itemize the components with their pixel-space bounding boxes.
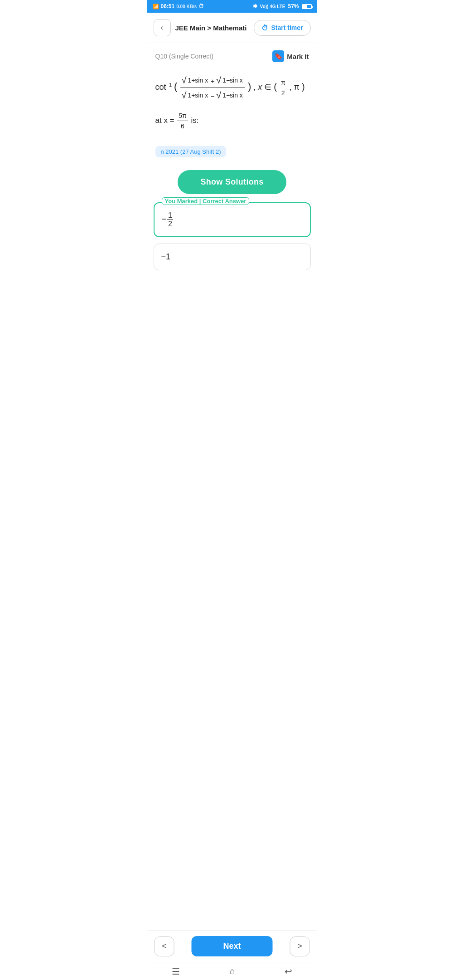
answer-option-correct[interactable]: You Marked | Correct Answer − 1 2 bbox=[154, 202, 311, 237]
math-sub: at x = 5π 6 is: bbox=[155, 111, 309, 132]
math-formula: cot−1 ( √1+sin x + √1−sin x √1+sin x − √… bbox=[155, 73, 309, 102]
question-label: Q10 (Single Correct) bbox=[155, 53, 213, 60]
clock-icon: ⏱ bbox=[198, 3, 204, 10]
answer-options: You Marked | Correct Answer − 1 2 −1 bbox=[147, 202, 317, 270]
math-content: cot−1 ( √1+sin x + √1−sin x √1+sin x − √… bbox=[147, 62, 317, 144]
header: ‹ JEE Main > Mathemati ⏱ Start timer bbox=[147, 13, 317, 43]
status-time: 06:51 bbox=[161, 3, 175, 10]
data-rate: 0.00 KB/s bbox=[176, 4, 197, 9]
answer-value-1: − 1 2 bbox=[162, 211, 174, 228]
back-button[interactable]: ‹ bbox=[154, 19, 171, 36]
header-title: JEE Main > Mathemati bbox=[175, 24, 250, 32]
back-icon: ‹ bbox=[161, 24, 163, 32]
show-solutions-button[interactable]: Show Solutions bbox=[178, 170, 286, 194]
signal-icon: 📶 bbox=[153, 4, 159, 10]
question-tag: n 2021 (27 Aug Shift 2) bbox=[155, 146, 227, 157]
start-timer-button[interactable]: ⏱ Start timer bbox=[254, 20, 310, 36]
question-meta: Q10 (Single Correct) 🔖 Mark It bbox=[147, 43, 317, 62]
status-bar: 📶 06:51 0.00 KB/s ⏱ ✱ Vo)) 4G LTE 57% bbox=[147, 0, 317, 13]
answer-option-2[interactable]: −1 bbox=[154, 244, 311, 270]
lte-indicator: Vo)) 4G LTE bbox=[260, 4, 285, 9]
mark-it-button[interactable]: 🔖 Mark It bbox=[272, 50, 309, 62]
bluetooth-icon: ✱ bbox=[253, 3, 257, 10]
status-left: 📶 06:51 0.00 KB/s ⏱ bbox=[153, 3, 204, 10]
battery-percent: 57% bbox=[288, 3, 299, 10]
status-right: ✱ Vo)) 4G LTE 57% bbox=[253, 3, 312, 10]
correct-answer-label: You Marked | Correct Answer bbox=[162, 197, 250, 205]
mark-it-label: Mark It bbox=[287, 53, 309, 60]
answer-value-2: −1 bbox=[161, 252, 171, 262]
timer-icon: ⏱ bbox=[261, 24, 268, 32]
battery-icon bbox=[302, 4, 312, 9]
solutions-btn-wrap: Show Solutions bbox=[147, 166, 317, 202]
bookmark-icon: 🔖 bbox=[272, 50, 284, 62]
timer-label: Start timer bbox=[271, 24, 303, 31]
